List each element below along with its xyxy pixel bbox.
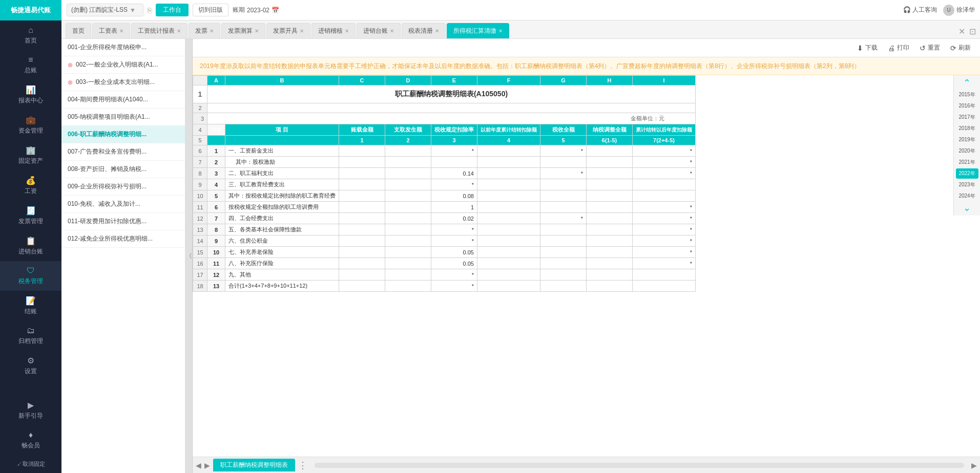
sidebar-item-home[interactable]: ⌂ 首页	[0, 20, 61, 50]
sidebar-item-purchase-sales[interactable]: 📋 进销台账	[0, 231, 61, 261]
sidebar-item-reports[interactable]: 📊 报表中心	[0, 80, 61, 110]
row-18-f[interactable]	[477, 281, 540, 292]
row-18-h[interactable]	[587, 281, 633, 292]
row-10-d[interactable]	[385, 190, 431, 202]
row-15-g[interactable]	[540, 247, 587, 258]
row-18-g[interactable]	[540, 281, 587, 292]
tab-payroll[interactable]: 工资表 ✕	[92, 23, 130, 38]
row-16-c[interactable]	[339, 258, 385, 269]
sidebar-item-fixed-assets[interactable]: 🏢 固定资产	[0, 140, 61, 170]
tab-purchase-ledger[interactable]: 进销台账 ✕	[357, 23, 401, 38]
tab-purchase-check-close[interactable]: ✕	[345, 28, 349, 34]
row-15-f[interactable]	[477, 247, 540, 258]
year-2019[interactable]: 2019年	[956, 135, 978, 145]
row-12-d[interactable]	[385, 213, 431, 224]
tab-payroll-close[interactable]: ✕	[119, 28, 123, 34]
tab-invoice-calc[interactable]: 发票测算 ✕	[221, 23, 265, 38]
sidebar-item-tax[interactable]: 🛡 税务管理	[0, 261, 61, 291]
row-10-g[interactable]	[540, 190, 587, 202]
row-10-i[interactable]	[633, 190, 696, 202]
row-16-h[interactable]	[587, 258, 633, 269]
year-2021[interactable]: 2021年	[956, 157, 978, 167]
row-11-c[interactable]	[339, 202, 385, 213]
bottom-tab-active[interactable]: 职工薪酬纳税调整明细表	[213, 459, 295, 471]
tab-restore[interactable]: ⊡	[969, 27, 976, 36]
row-11-g[interactable]	[540, 202, 587, 213]
row-18-c[interactable]	[339, 281, 385, 292]
sidebar-item-asset-mgmt[interactable]: 💼 资金管理	[0, 110, 61, 140]
row-16-g[interactable]	[540, 258, 587, 269]
left-panel-item-005[interactable]: 005-纳税调整项目明细表(A1...	[61, 109, 185, 126]
tab-invoice-open-close[interactable]: ✕	[300, 28, 304, 34]
switch-old-version-button[interactable]: 切到旧版	[193, 4, 228, 16]
left-panel-item-004[interactable]: 004-期间费用明细表(A1040...	[61, 91, 185, 109]
row-10-h[interactable]	[587, 190, 633, 202]
row-17-h[interactable]	[587, 269, 633, 281]
reset-button[interactable]: ↺ 重置	[916, 42, 943, 54]
row-10-c[interactable]	[339, 190, 385, 202]
row-8-c[interactable]	[339, 168, 385, 179]
row-17-i[interactable]	[633, 269, 696, 281]
row-15-d[interactable]	[385, 247, 431, 258]
row-8-d[interactable]	[385, 168, 431, 179]
collapse-panel-button[interactable]: 《	[185, 39, 193, 473]
row-14-d[interactable]	[385, 235, 431, 247]
row-12-f[interactable]	[477, 213, 540, 224]
year-scroll-up[interactable]: ⌃	[963, 77, 971, 89]
row-16-f[interactable]	[477, 258, 540, 269]
sidebar-item-new-guide[interactable]: ▶ 新手引导	[0, 395, 61, 425]
sidebar-item-archive[interactable]: 🗂 归档管理	[0, 321, 61, 351]
year-2018[interactable]: 2018年	[956, 123, 978, 134]
year-scroll-down[interactable]: ⌄	[963, 202, 971, 213]
year-2020[interactable]: 2020年	[956, 146, 978, 156]
row-17-f[interactable]	[477, 269, 540, 281]
row-7-c[interactable]	[339, 157, 385, 168]
scroll-right-arrow[interactable]: ▶	[204, 461, 210, 469]
row-17-c[interactable]	[339, 269, 385, 281]
row-16-d[interactable]	[385, 258, 431, 269]
row-9-i[interactable]	[633, 179, 696, 190]
left-panel-item-010[interactable]: 010-免税、减收入及加计...	[61, 196, 185, 213]
row-7-e[interactable]	[431, 157, 477, 168]
download-button[interactable]: ⬇ 下载	[854, 42, 881, 54]
row-9-g[interactable]	[540, 179, 587, 190]
tab-close-all[interactable]: ✕	[958, 27, 965, 36]
bottom-tab-menu[interactable]: ⋮	[298, 460, 307, 471]
spreadsheet-wrapper[interactable]: ⌃ 2015年 2016年 2017年 2018年 2019年 2020年 20…	[193, 75, 980, 457]
left-panel-item-007[interactable]: 007-广告费和业务宣传费明...	[61, 143, 185, 161]
row-17-d[interactable]	[385, 269, 431, 281]
user-menu[interactable]: U 徐泽华	[943, 5, 975, 16]
workbench-button[interactable]: 工作台	[156, 4, 189, 16]
tab-purchase-check[interactable]: 进销稽核 ✕	[311, 23, 356, 38]
left-panel-item-001[interactable]: 001-企业所得税年度纳税申...	[61, 39, 185, 56]
tab-payroll-stats[interactable]: 工资统计报表 ✕	[131, 23, 187, 38]
left-panel-item-009[interactable]: 009-企业所得税弥补亏损明...	[61, 178, 185, 196]
row-9-f[interactable]	[477, 179, 540, 190]
row-14-g[interactable]	[540, 235, 587, 247]
row-6-d[interactable]	[385, 145, 431, 157]
sidebar-item-settlement[interactable]: 📝 结账	[0, 291, 61, 321]
row-14-c[interactable]	[339, 235, 385, 247]
horizontal-scrollbar[interactable]	[315, 463, 964, 468]
tab-purchase-ledger-close[interactable]: ✕	[390, 28, 394, 34]
row-15-h[interactable]	[587, 247, 633, 258]
left-panel-item-008[interactable]: 008-资产折旧、摊销及纳税...	[61, 161, 185, 178]
row-6-f[interactable]	[477, 145, 540, 157]
company-selector[interactable]: (勿删) 江西皖宝-LSS ▼	[67, 4, 143, 16]
row-14-f[interactable]	[477, 235, 540, 247]
year-2022[interactable]: 2022年	[956, 168, 978, 179]
left-panel-item-002[interactable]: ⊗ 002-一般企业收入明细表(A1...	[61, 56, 185, 74]
row-7-d[interactable]	[385, 157, 431, 168]
human-service-button[interactable]: 🎧 人工客询	[903, 6, 937, 14]
sidebar-item-invoice[interactable]: 🧾 发票管理	[0, 201, 61, 231]
row-8-h[interactable]	[587, 168, 633, 179]
row-11-f[interactable]	[477, 202, 540, 213]
row-9-c[interactable]	[339, 179, 385, 190]
tab-tax-book[interactable]: 税表清册 ✕	[402, 23, 446, 38]
sidebar-item-payroll[interactable]: 💰 工资	[0, 170, 61, 201]
row-8-f[interactable]	[477, 168, 540, 179]
tab-tax-book-close[interactable]: ✕	[435, 28, 439, 34]
row-7-h[interactable]	[587, 157, 633, 168]
row-6-h[interactable]	[587, 145, 633, 157]
sidebar-item-ledger[interactable]: ≡ 总账	[0, 50, 61, 80]
